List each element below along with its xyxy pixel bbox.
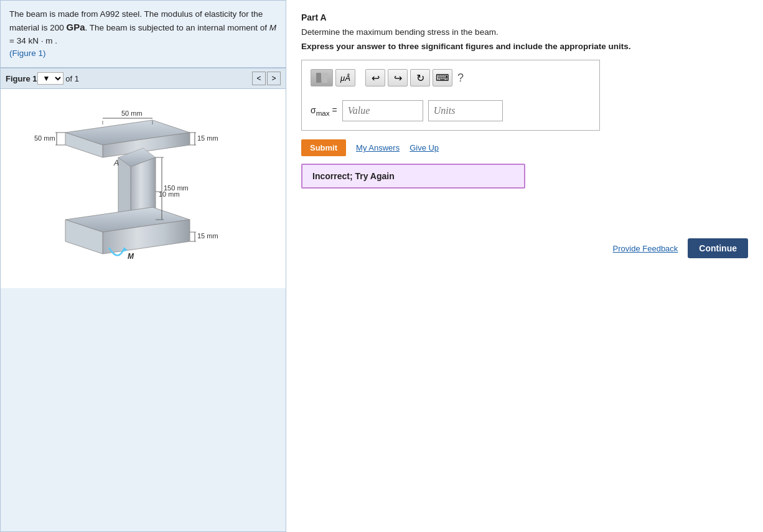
moment-variable: M xyxy=(269,23,276,32)
incorrect-banner: Incorrect; Try Again xyxy=(301,164,525,189)
svg-rect-27 xyxy=(322,73,327,83)
figure-next-button[interactable]: > xyxy=(267,72,281,85)
problem-text-block: The beam is made from A992 steel. The mo… xyxy=(1,1,286,68)
sigma-label: σmax = xyxy=(311,105,337,117)
my-answers-button[interactable]: My Answers xyxy=(356,143,400,152)
point-a-label: A xyxy=(113,159,119,167)
give-up-button[interactable]: Give Up xyxy=(410,143,439,152)
dim-50mm-left: 50 mm xyxy=(34,134,55,142)
redo-button[interactable]: ↪ xyxy=(388,69,408,86)
split-icon xyxy=(316,72,328,83)
dim-15mm-bot: 15 mm xyxy=(197,232,218,240)
continue-button[interactable]: Continue xyxy=(688,238,748,258)
keyboard-button[interactable]: ⌨ xyxy=(433,69,452,86)
formula-toolbar: μÂ ↩ ↪ ↻ ⌨ ? xyxy=(311,69,591,93)
figure-of: of 1 xyxy=(63,74,79,83)
units-input[interactable] xyxy=(428,100,503,121)
figure-nav: Figure 1 ▼ of 1 < > xyxy=(1,68,286,89)
bottom-row: Provide Feedback Continue xyxy=(301,238,748,258)
answer-box: μÂ ↩ ↪ ↻ ⌨ ? σmax = xyxy=(301,60,600,131)
help-icon: ? xyxy=(457,72,464,85)
problem-text-line1: The beam is made from A992 steel. The mo… xyxy=(9,9,276,45)
problem-instruction: Express your answer to three significant… xyxy=(301,42,748,51)
dim-50mm-top: 50 mm xyxy=(121,110,143,117)
figure-label: Figure 1 xyxy=(6,74,37,83)
provide-feedback-button[interactable]: Provide Feedback xyxy=(613,244,678,253)
figure-selector[interactable]: ▼ xyxy=(37,72,63,85)
refresh-button[interactable]: ↻ xyxy=(410,69,430,86)
problem-description: Determine the maximum bending stress in … xyxy=(301,27,748,37)
submit-button[interactable]: Submit xyxy=(301,139,346,156)
part-label: Part A xyxy=(301,12,748,22)
input-row: σmax = xyxy=(311,100,591,121)
ibeam-figure: 50 mm 50 mm 15 mm A 10 mm xyxy=(28,98,264,279)
mu-button[interactable]: μÂ xyxy=(335,69,355,86)
split-icon-button[interactable] xyxy=(311,69,333,86)
gpa-text: GPa xyxy=(67,22,85,32)
figure-area: 50 mm 50 mm 15 mm A 10 mm xyxy=(1,89,286,288)
left-panel: The beam is made from A992 steel. The mo… xyxy=(0,0,286,532)
right-panel: Part A Determine the maximum bending str… xyxy=(286,0,763,532)
svg-rect-26 xyxy=(316,73,321,83)
undo-button[interactable]: ↩ xyxy=(365,69,385,86)
figure-link[interactable]: (Figure 1) xyxy=(9,49,46,58)
action-row: Submit My Answers Give Up xyxy=(301,139,748,156)
point-m-label: M xyxy=(128,252,134,261)
dim-150mm: 150 mm xyxy=(164,184,189,192)
figure-prev-button[interactable]: < xyxy=(252,72,266,85)
value-input[interactable] xyxy=(342,100,423,121)
dim-15mm-right: 15 mm xyxy=(197,134,218,142)
